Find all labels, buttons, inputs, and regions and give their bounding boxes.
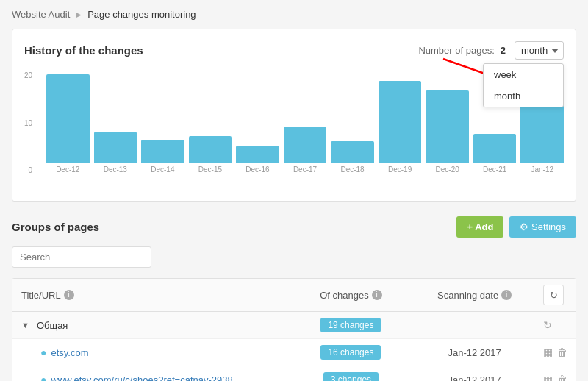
bar-group: Dec-19 [379,81,422,174]
cell-title-group: ▼ Общая [21,320,296,331]
bar [94,132,137,163]
delete-icon[interactable]: 🗑 [557,346,567,358]
col-changes-info-icon[interactable]: i [372,290,382,300]
groups-section: Groups of pages + Add ⚙ Settings Title/U… [12,216,576,381]
page-link[interactable]: www.etsy.com/ru/c/shoes?ref=catnav-2938 [51,374,232,382]
period-dropdown: week month [483,63,564,107]
add-button[interactable]: + Add [456,216,503,238]
cell-title-item2: ● www.etsy.com/ru/c/shoes?ref=catnav-293… [21,374,296,381]
bar [284,127,327,163]
bar-group: Dec-14 [141,140,184,174]
table-row: ● www.etsy.com/ru/c/shoes?ref=catnav-293… [12,366,576,381]
view-icon[interactable]: ▦ [543,346,553,358]
period-select[interactable]: month week [514,41,564,60]
cell-changes-item2: 3 changes [296,372,406,381]
dropdown-option-week[interactable]: week [484,64,563,85]
bar-group: Dec-17 [284,127,327,174]
col-title: Title/URL i [21,285,296,305]
chart-controls: Number of pages: 2 month week [418,41,564,60]
changes-badge: 16 changes [320,345,381,360]
settings-button[interactable]: ⚙ Settings [509,216,576,238]
bar [426,90,469,163]
refresh-row-icon[interactable]: ↻ [543,319,552,331]
bar-group: Dec-13 [94,132,137,174]
bar-group: Dec-21 [473,134,517,174]
col-scan: Scanning date i [406,285,543,305]
bar-group: Dec-20 [426,90,469,174]
bar-label: Jan-12 [531,165,553,174]
bar-group: Dec-15 [189,136,232,174]
col-action-header: ↻ [543,285,567,305]
table-row: ● etsy.com 16 changes Jan-12 2017 ▦ 🗑 [12,339,576,366]
chart-card: History of the changes Number of pages: … [12,29,576,202]
bar [379,81,422,163]
table-row: ▼ Общая 19 changes ↻ [12,312,576,339]
bar-label: Dec-16 [245,165,269,174]
delete-icon[interactable]: 🗑 [557,374,567,381]
bar-label: Dec-21 [483,165,506,174]
view-icon[interactable]: ▦ [543,374,553,381]
bar-group: Dec-18 [331,141,374,174]
changes-badge: 3 changes [323,372,379,381]
groups-header: Groups of pages + Add ⚙ Settings [12,216,576,238]
table-header: Title/URL i Of changes i Scanning date i… [12,279,576,312]
bar-label: Dec-13 [104,165,127,174]
col-title-info-icon[interactable]: i [64,290,74,300]
group-name: Общая [37,320,68,331]
bar [141,140,184,163]
breadcrumb-current: Page changes monitoring [87,9,196,20]
y-axis: 20 10 0 [24,71,35,174]
cell-action-item1: ▦ 🗑 [543,346,567,358]
bar [473,134,517,163]
num-pages-label: Number of pages: [418,45,494,56]
cell-changes-item1: 16 changes [296,345,406,360]
refresh-header-button[interactable]: ↻ [543,285,564,305]
chevron-down-icon[interactable]: ▼ [21,321,29,330]
cell-changes-group: 19 changes [296,318,406,332]
changes-badge: 19 changes [320,318,381,332]
col-changes: Of changes i [296,285,406,305]
bar [46,74,90,163]
cell-scan-item2: Jan-12 2017 [406,374,543,382]
bar-label: Dec-20 [436,165,459,174]
bar-group: Dec-12 [46,74,90,174]
page-link[interactable]: etsy.com [51,347,88,358]
bar-group: Dec-16 [236,146,279,174]
y-label-20: 20 [24,71,35,79]
bar-label: Dec-18 [340,165,364,174]
col-scan-info-icon[interactable]: i [501,290,512,300]
bar-label: Dec-17 [293,165,317,174]
bar-label: Dec-19 [388,165,412,174]
cell-action-item2: ▦ 🗑 [543,374,567,381]
main-content: History of the changes Number of pages: … [0,29,588,381]
bar-label: Dec-15 [198,165,222,174]
cell-action-group: ↻ [543,319,567,331]
bar [236,146,279,163]
dropdown-option-month[interactable]: month [484,85,563,107]
search-input[interactable] [12,246,151,268]
breadcrumb: Website Audit ► Page changes monitoring [0,0,588,29]
y-label-10: 10 [24,119,35,127]
num-pages-value: 2 [501,45,506,56]
bar [331,141,374,163]
bar [189,136,232,163]
globe-icon: ● [40,374,46,381]
globe-icon: ● [40,346,46,358]
groups-title: Groups of pages [12,221,99,233]
chart-title: History of the changes [24,44,143,57]
breadcrumb-separator: ► [74,10,83,20]
bar-label: Dec-14 [151,165,174,174]
breadcrumb-parent[interactable]: Website Audit [12,9,70,20]
cell-title-item1: ● etsy.com [21,346,296,358]
groups-actions: + Add ⚙ Settings [456,216,576,238]
y-label-0: 0 [29,166,36,174]
table-container: Title/URL i Of changes i Scanning date i… [12,278,576,381]
bar-label: Dec-12 [56,165,79,174]
chart-header: History of the changes Number of pages: … [24,41,564,60]
cell-scan-item1: Jan-12 2017 [406,347,543,358]
